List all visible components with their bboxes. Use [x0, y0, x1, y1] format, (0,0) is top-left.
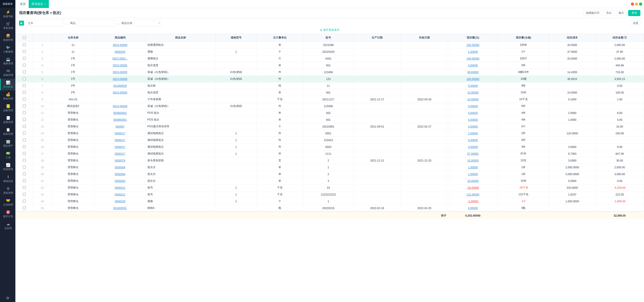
sidebar-item-inventory[interactable]: 📊 库存核算 — [0, 79, 16, 90]
win-close-btn[interactable] — [631, 3, 634, 6]
row-product-code[interactable]: 0000084 — [94, 164, 146, 171]
row-product-code[interactable]: 000900001 — [94, 116, 146, 123]
row-qty-main[interactable]: 1.00000 — [448, 164, 498, 171]
row-qty-main[interactable]: 10.00000 — [448, 157, 498, 164]
row-product-code[interactable]: 000900001 — [94, 110, 146, 116]
row-checkbox[interactable] — [16, 62, 33, 69]
row-checkbox[interactable] — [16, 82, 33, 89]
row-qty-main[interactable]: 100.00000 — [448, 55, 498, 62]
sidebar-item-tax[interactable]: 📋 税务管理 — [0, 126, 16, 137]
row-product-code[interactable]: 0000017 — [94, 144, 146, 150]
row-product-code[interactable]: 0000029 — [94, 49, 146, 55]
row-product-code[interactable]: 000097 — [94, 123, 146, 130]
sidebar-item-mini-ecom[interactable]: 🐦 小鹅电商 — [0, 44, 16, 55]
row-product-code[interactable]: 0000017 — [94, 137, 146, 144]
row-checkbox[interactable] — [16, 150, 33, 157]
row-qty-main[interactable]: 0.00000 — [448, 103, 498, 110]
row-product-code[interactable]: 001000026 — [94, 82, 146, 89]
row-product-code[interactable]: 0000029 — [94, 198, 146, 205]
tab-close-icon[interactable]: × — [44, 3, 46, 6]
sidebar-item-basic[interactable]: ℹ 基础信息 — [0, 173, 16, 185]
sidebar-item-ecom[interactable]: 💻 电商管理 — [0, 55, 16, 67]
row-checkbox[interactable] — [16, 42, 33, 49]
row-checkbox[interactable] — [16, 191, 33, 198]
category-select[interactable] — [134, 20, 161, 26]
row-product-code[interactable]: 0000017 — [94, 150, 146, 157]
row-product-code[interactable] — [94, 96, 146, 103]
row-checkbox[interactable] — [16, 49, 33, 55]
select-all-checkbox[interactable] — [23, 36, 26, 39]
row-qty-main[interactable]: 0.00000 — [448, 137, 498, 144]
row-qty-main[interactable]: -1.00000 — [448, 198, 498, 205]
filter-expand-btn[interactable]: ▶ — [19, 21, 24, 26]
row-product-code[interactable]: 0023-0000... — [94, 55, 146, 62]
settings-gear[interactable]: ⚙ — [0, 294, 16, 302]
search-button[interactable]: 查询 — [628, 10, 640, 16]
sidebar-logo[interactable]: 搜索菜单 — [0, 0, 16, 8]
product-input[interactable] — [77, 20, 115, 26]
row-checkbox[interactable] — [16, 89, 33, 96]
sidebar-item-ops[interactable]: 📈 经营管理 — [0, 161, 16, 173]
row-product-code[interactable]: 0023-00005 — [94, 69, 146, 76]
row-qty-main[interactable]: 10.00000 — [448, 89, 498, 96]
row-checkbox[interactable] — [16, 110, 33, 116]
row-product-code[interactable]: 0000012 — [94, 184, 146, 191]
sidebar-item-assets[interactable]: 🏢 固定资产 — [0, 137, 16, 149]
sidebar-item-collab[interactable]: 🤝 企业协同 — [0, 196, 16, 208]
row-checkbox[interactable] — [16, 157, 33, 164]
sidebar-item-retail[interactable]: 🛒 零售管理 — [0, 20, 16, 32]
row-checkbox[interactable] — [16, 178, 33, 184]
row-qty-main[interactable]: 2.00000 — [448, 130, 498, 137]
sidebar-item-cloud[interactable]: ☁ 云应用 — [0, 220, 16, 232]
col-checkbox[interactable] — [16, 34, 33, 42]
sidebar-item-sys[interactable]: ⚙ 系统管理 — [0, 185, 16, 196]
print-button[interactable]: 按模板打印 — [584, 10, 602, 16]
win-min-btn[interactable] — [635, 3, 638, 6]
sidebar-item-ledger[interactable]: 📒 总账管理 — [0, 102, 16, 114]
expand-condition-btn[interactable]: ▼ 展开更多条件 — [320, 28, 340, 32]
row-qty-main[interactable]: 1.00000 — [448, 49, 498, 55]
row-qty-main[interactable]: 10.00000 — [448, 178, 498, 184]
row-checkbox[interactable] — [16, 96, 33, 103]
row-checkbox[interactable] — [16, 144, 33, 150]
sidebar-item-wholesale[interactable]: 📦 批发管理 — [0, 32, 16, 44]
row-qty-main[interactable]: 3.00000 — [448, 144, 498, 150]
row-qty-main[interactable]: 122.00000 — [448, 191, 498, 198]
row-qty-main[interactable]: 100.00000 — [448, 42, 498, 49]
row-qty-main[interactable]: 10.00000 — [448, 96, 498, 103]
row-product-code[interactable]: 0023-00009 — [94, 42, 146, 49]
tab-home[interactable]: 首页 — [17, 0, 29, 8]
row-qty-main[interactable]: 100.00000 — [448, 76, 498, 82]
row-qty-main[interactable]: -16.00000 — [448, 184, 498, 191]
row-checkbox[interactable] — [16, 55, 33, 62]
row-checkbox[interactable] — [16, 116, 33, 123]
toggle-button[interactable]: 展示 — [616, 10, 626, 16]
row-qty-main[interactable]: 4.00000 — [448, 110, 498, 116]
export-button[interactable]: 导出 — [604, 10, 614, 16]
row-product-code[interactable]: 0000078 — [94, 157, 146, 164]
row-checkbox[interactable] — [16, 123, 33, 130]
row-product-code[interactable]: 0000012 — [94, 191, 146, 198]
sidebar-item-quick-nav[interactable]: ⚡ 快捷导航 — [0, 8, 16, 20]
tab-active[interactable]: 库存批次 × — [29, 0, 49, 8]
row-qty-main[interactable]: 0.00000 — [448, 123, 498, 130]
row-product-code[interactable]: 0023-00005 — [94, 62, 146, 69]
row-checkbox[interactable] — [16, 137, 33, 144]
row-checkbox[interactable] — [16, 76, 33, 82]
row-checkbox[interactable] — [16, 130, 33, 137]
row-product-code[interactable]: 001000031 — [94, 205, 146, 212]
sidebar-item-payroll[interactable]: 💵 工资 — [0, 149, 16, 161]
sidebar-item-invoice[interactable]: 🧾 发票管理 — [0, 114, 16, 126]
row-checkbox[interactable] — [16, 69, 33, 76]
table-container[interactable]: 仓库名称 商品编码 商品名称 规格型号 主计量单位 批号 生产日期 失效日期 现… — [16, 34, 644, 302]
sidebar-item-purchase[interactable]: 🛍 采购管理 — [0, 67, 16, 79]
row-qty-main[interactable]: 1.00000 — [448, 171, 498, 178]
row-qty-main[interactable]: 49.60000 — [448, 69, 498, 76]
row-qty-main[interactable]: 0.00000 — [448, 205, 498, 212]
row-product-code[interactable]: 0000084 — [94, 178, 146, 184]
win-max-btn[interactable] — [639, 3, 642, 6]
row-product-code[interactable]: 0000017 — [94, 130, 146, 137]
sidebar-item-guide[interactable]: 🎯 新手引导 — [0, 208, 16, 220]
row-checkbox[interactable] — [16, 103, 33, 110]
warehouse-input[interactable] — [26, 20, 64, 26]
